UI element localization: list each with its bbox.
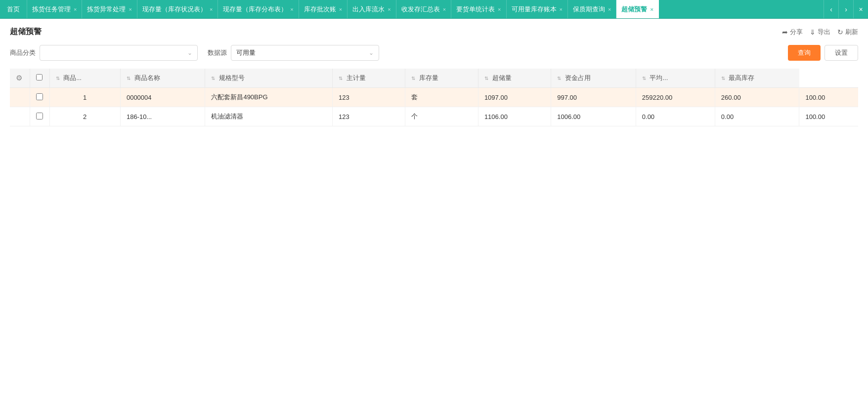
th-max-stock[interactable]: ⇅ 最高库存 [715,69,799,88]
settings-button[interactable]: 设置 [825,45,858,61]
th-avg[interactable]: ⇅ 平均... [636,69,715,88]
select-all-checkbox[interactable] [36,74,43,80]
row-checkbox[interactable] [36,113,43,119]
th-settings[interactable]: ⚙ [10,69,30,88]
row-checkbox[interactable] [36,93,43,100]
table-body: 1 0000004 六配套新昌490BPG 123 套 1097.00 997.… [10,88,858,126]
nav-close-icon[interactable]: × [443,6,446,12]
nav-item-label: 要货单统计表 [456,5,495,14]
nav-item-stock-status[interactable]: 现存量（库存状况表） × [137,0,218,18]
nav-item-available-stock[interactable]: 可用量库存账本 × [507,0,568,18]
nav-close-icon[interactable]: × [74,6,77,12]
row-settings-cell [10,88,30,107]
category-dropdown-icon: ⌄ [187,49,192,56]
nav-item-label: 超储预警 [621,5,647,14]
th-product-code[interactable]: ⇅ 商品... [49,69,120,88]
th-avg-label: 平均... [650,74,668,81]
nav-bar: 首页 拣货任务管理 × 拣货异常处理 × 现存量（库存状况表） × 现存量（库存… [0,0,868,19]
row-number: 2 [49,107,120,126]
row-checkbox-cell[interactable] [30,88,49,107]
nav-item-overstock-warning[interactable]: 超储预警 × [616,0,658,18]
nav-close-icon[interactable]: × [339,6,342,12]
th-stock[interactable]: ⇅ 库存量 [405,69,478,88]
row-checkbox-cell[interactable] [30,107,49,126]
datasource-dropdown-icon: ⌄ [369,49,374,56]
datasource-select[interactable]: 可用量 ⌄ [231,45,379,61]
th-overstock[interactable]: ⇅ 超储量 [478,69,551,88]
th-product-name[interactable]: ⇅ 商品名称 [120,69,205,88]
nav-close-icon[interactable]: × [388,6,391,12]
row-avg: 260.00 [715,88,799,107]
table-header-row: ⚙ ⇅ 商品... ⇅ 商品名称 ⇅ 规格型号 ⇅ [10,69,858,88]
nav-item-label: 现存量（库存分布表） [223,5,287,14]
nav-item-label: 库存批次账 [304,5,336,14]
nav-close-icon[interactable]: × [290,6,293,12]
th-spec[interactable]: ⇅ 规格型号 [205,69,333,88]
filter-bar: 商品分类 ⌄ 数据源 可用量 ⌄ 查询 设置 [10,45,858,61]
refresh-label: 刷新 [845,28,858,37]
nav-home[interactable]: 首页 [0,0,27,18]
data-table: ⚙ ⇅ 商品... ⇅ 商品名称 ⇅ 规格型号 ⇅ [10,69,858,126]
settings-gear-icon[interactable]: ⚙ [16,74,22,82]
nav-close-icon[interactable]: × [129,6,131,12]
th-capital[interactable]: ⇅ 资金占用 [551,69,636,88]
th-max-stock-label: 最高库存 [729,74,754,81]
share-action[interactable]: ➦ 分享 [782,28,803,37]
row-stock: 1106.00 [478,107,551,126]
page-container: 超储预警 ➦ 分享 ⇓ 导出 ↻ 刷新 商品分类 ⌄ 数据源 [0,19,868,134]
share-icon: ➦ [782,28,788,36]
th-spec-label: 规格型号 [219,74,245,81]
row-overstock: 997.00 [551,88,636,107]
category-filter-group: 商品分类 ⌄ [10,45,198,61]
th-stock-label: 库存量 [419,74,438,81]
nav-item-stock-batch[interactable]: 库存批次账 × [299,0,347,18]
nav-close-icon[interactable]: × [560,6,563,12]
nav-close-icon[interactable]: × [650,6,653,12]
nav-item-abnormal[interactable]: 拣货异常处理 × [82,0,137,18]
nav-arrows: ‹ › × [824,0,868,19]
sort-icon: ⇅ [339,76,343,81]
filter-buttons: 查询 设置 [788,45,858,61]
nav-item-stock-dist[interactable]: 现存量（库存分布表） × [218,0,299,18]
th-capital-label: 资金占用 [565,74,591,81]
refresh-action[interactable]: ↻ 刷新 [837,28,858,37]
export-action[interactable]: ⇓ 导出 [810,28,830,37]
category-select[interactable]: ⌄ [40,45,198,61]
nav-item-label: 可用量库存账本 [512,5,557,14]
row-max-stock: 100.00 [799,88,858,107]
nav-item-task-mgmt[interactable]: 拣货任务管理 × [27,0,82,18]
row-product-code: 0000004 [120,88,205,107]
sort-icon: ⇅ [642,76,646,81]
nav-arrow-close[interactable]: × [853,0,868,19]
nav-item-order-stats[interactable]: 要货单统计表 × [451,0,506,18]
datasource-value: 可用量 [236,48,256,57]
nav-item-collect-summary[interactable]: 收发存汇总表 × [396,0,451,18]
nav-arrow-left[interactable]: ‹ [824,0,838,19]
th-unit[interactable]: ⇅ 主计量 [333,69,405,88]
share-label: 分享 [790,28,803,37]
row-unit: 个 [405,107,478,126]
th-overstock-label: 超储量 [492,74,512,81]
nav-close-icon[interactable]: × [210,6,213,12]
nav-close-icon[interactable]: × [498,6,501,12]
table-row: 1 0000004 六配套新昌490BPG 123 套 1097.00 997.… [10,88,858,107]
row-unit: 套 [405,88,478,107]
datasource-filter-group: 数据源 可用量 ⌄ [208,45,379,61]
row-capital: 259220.00 [636,88,715,107]
th-product-name-label: 商品名称 [134,74,160,81]
nav-item-quality-check[interactable]: 保质期查询 × [568,0,616,18]
nav-item-inout-flow[interactable]: 出入库流水 × [347,0,396,18]
row-number: 1 [49,88,120,107]
nav-close-icon[interactable]: × [608,6,611,12]
nav-home-label: 首页 [7,5,20,14]
nav-arrow-right[interactable]: › [838,0,853,19]
row-stock: 1097.00 [478,88,551,107]
sort-icon: ⇅ [56,76,60,81]
row-product-code: 186-10... [120,107,205,126]
sort-icon: ⇅ [411,76,415,81]
row-spec: 123 [333,88,405,107]
export-label: 导出 [818,28,830,37]
th-checkbox[interactable] [30,69,49,88]
query-button[interactable]: 查询 [788,45,821,61]
sort-icon: ⇅ [721,76,725,81]
